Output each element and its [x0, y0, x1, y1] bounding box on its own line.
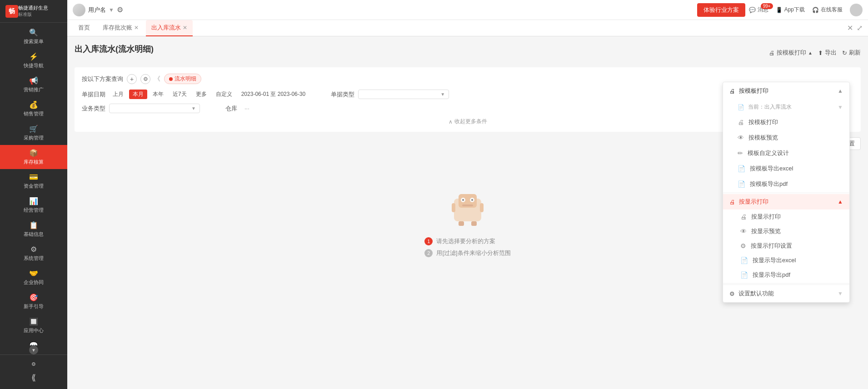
- template-export-pdf-item[interactable]: 📄 按模板导出pdf: [723, 176, 849, 192]
- display-print-item[interactable]: 🖨 按显示打印: [723, 209, 849, 224]
- warehouse-field: 仓库 ···: [225, 105, 249, 113]
- industry-btn[interactable]: 体验行业方案: [697, 3, 745, 17]
- sidebar-item-cooperation[interactable]: 🤝企业协同: [0, 265, 67, 289]
- step-num-2: 2: [424, 249, 433, 257]
- sidebar-item-inventory[interactable]: 📦库存核算: [0, 145, 67, 169]
- date-option-last7[interactable]: 近7天: [169, 90, 190, 99]
- sidebar-nav: 🔍搜索菜单 ⚡快捷导航 📢营销推广 💰销售管理 🛒采购管理 📦库存核算 💳资金管…: [0, 23, 67, 345]
- display-preview-item[interactable]: 👁 按显示预览: [723, 224, 849, 239]
- biz-type-select[interactable]: ▼: [109, 104, 200, 113]
- filter-add-btn[interactable]: +: [127, 74, 137, 84]
- display-print-settings-icon: ⚙: [740, 242, 746, 249]
- template-print-section-header[interactable]: 🖨 按模板打印 ▲: [723, 82, 849, 100]
- template-pdf-icon: 📄: [738, 180, 745, 188]
- sidebar-item-marketing[interactable]: 📢营销推广: [0, 73, 67, 97]
- display-print-header-icon: 🖨: [729, 199, 735, 205]
- date-option-this-year[interactable]: 本年: [149, 90, 167, 99]
- sidebar-bottom: ⚙ ⟪: [0, 354, 67, 389]
- tab-flow[interactable]: 出入库流水 ✕: [146, 20, 193, 36]
- user-name: 用户名: [88, 6, 106, 14]
- date-options: 上月 本月 本年 近7天 更多 自定义: [109, 90, 236, 99]
- warehouse-more-btn[interactable]: ···: [244, 105, 249, 112]
- date-field: 单据日期 上月 本月 本年 近7天 更多 自定义 2023-06-01 至 20…: [82, 90, 305, 99]
- close-window-btn[interactable]: ✕: [847, 24, 853, 32]
- empty-step-2: 2 用[过滤]条件来缩小分析范围: [424, 249, 510, 257]
- search-icon: 🔍: [29, 28, 38, 37]
- refresh-icon: ↻: [842, 50, 847, 56]
- date-option-current-month[interactable]: 本月: [129, 90, 147, 99]
- template-preview-icon: 👁: [738, 134, 744, 141]
- filter-collapse-btn[interactable]: 《: [154, 75, 160, 83]
- biz-type-label: 业务类型: [82, 105, 105, 113]
- user-dropdown-btn[interactable]: ▼: [109, 7, 114, 13]
- template-customize-icon: ✏: [738, 150, 743, 157]
- sidebar-item-purchase[interactable]: 🛒采购管理: [0, 121, 67, 145]
- display-export-excel-item[interactable]: 📄 按显示导出excel: [723, 253, 849, 268]
- display-pdf-icon: 📄: [740, 271, 748, 279]
- refresh-btn[interactable]: ↻ 刷新: [842, 49, 861, 57]
- sidebar-item-system[interactable]: ⚙系统管理: [0, 241, 67, 265]
- template-print-label: 🖨 按模板打印: [729, 87, 768, 95]
- doc-type-chevron-down: ▼: [440, 92, 445, 97]
- display-print-icon: 🖨: [740, 213, 747, 220]
- date-option-prev-month[interactable]: 上月: [109, 90, 127, 99]
- online-service-btn[interactable]: 🎧 在线客服: [812, 6, 843, 14]
- settings-gear-icon: ⚙: [31, 361, 36, 367]
- svg-rect-8: [480, 203, 484, 212]
- warehouse-label: 仓库: [225, 105, 237, 113]
- display-export-pdf-item[interactable]: 📄 按显示导出pdf: [723, 268, 849, 282]
- tab-flow-close[interactable]: ✕: [183, 25, 187, 31]
- set-default-item[interactable]: ⚙ 设置默认功能 ▼: [723, 284, 849, 302]
- printer-icon: 🖨: [729, 88, 735, 95]
- doc-type-field: 单据类型 ▼: [331, 90, 449, 99]
- logo: 畅 畅捷通好生意 标准版: [0, 0, 67, 23]
- template-export-excel-item[interactable]: 📄 按模板导出excel: [723, 161, 849, 176]
- sidebar-item-operations[interactable]: 📊经营管理: [0, 193, 67, 217]
- sidebar-scroll-down[interactable]: ▼: [29, 345, 38, 354]
- sidebar-item-wechat[interactable]: 💬企业微信: [0, 338, 67, 345]
- user-avatar-right[interactable]: [850, 4, 863, 16]
- template-print-item[interactable]: 🖨 按模板打印: [723, 115, 849, 130]
- tab-batch-account[interactable]: 库存批次账 ✕: [97, 20, 144, 36]
- logo-icon: 畅: [5, 5, 18, 18]
- sidebar-item-appstore[interactable]: 🔲应用中心: [0, 314, 67, 338]
- tabbar: 首页 库存批次账 ✕ 出入库流水 ✕ ✕ ⤢: [67, 20, 868, 36]
- system-icon: ⚙: [30, 245, 37, 254]
- sidebar-item-guide[interactable]: 🎯新手引导: [0, 289, 67, 314]
- export-btn[interactable]: ⬆ 导出: [818, 49, 837, 57]
- filter-tag-water-detail[interactable]: 流水明细: [164, 74, 201, 84]
- template-customize-item[interactable]: ✏ 模板自定义设计: [723, 145, 849, 161]
- sidebar-item-finance[interactable]: 💳资金管理: [0, 169, 67, 193]
- expand-window-btn[interactable]: ⤢: [857, 24, 863, 32]
- app-download-btn[interactable]: 📱 App下载: [776, 6, 805, 14]
- marketing-icon: 📢: [29, 76, 38, 85]
- message-btn[interactable]: 💬 消息 99+: [749, 6, 768, 14]
- tab-home[interactable]: 首页: [73, 20, 95, 36]
- sidebar-item-sales[interactable]: 💰销售管理: [0, 97, 67, 121]
- purchase-icon: 🛒: [29, 125, 38, 133]
- set-default-label: ⚙ 设置默认功能: [729, 289, 774, 298]
- inventory-icon: 📦: [29, 149, 38, 157]
- sidebar-settings-btn[interactable]: ⚙: [0, 359, 67, 370]
- set-default-icon: ⚙: [729, 290, 735, 297]
- display-print-section-header[interactable]: 🖨 按显示打印 ▲: [723, 194, 849, 209]
- doc-type-select[interactable]: ▼: [358, 90, 449, 99]
- sidebar-item-quick-nav[interactable]: ⚡快捷导航: [0, 49, 67, 73]
- topbar-gear-icon[interactable]: ⚙: [117, 5, 123, 14]
- display-print-settings-item[interactable]: ⚙ 按显示打印设置: [723, 239, 849, 253]
- content-area: 出入库流水(流水明细) 🖨 按模板打印 ▲ ⬆ 导出 ↻ 刷新: [67, 36, 868, 389]
- sidebar-item-search[interactable]: 🔍搜索菜单: [0, 25, 67, 49]
- current-template-item[interactable]: 📄 当前：出入库流水 ▼: [723, 100, 849, 115]
- sidebar-item-basics[interactable]: 📋基础信息: [0, 217, 67, 241]
- tab-batch-account-close[interactable]: ✕: [134, 25, 139, 31]
- main-area: 用户名 ▼ ⚙ 体验行业方案 💬 消息 99+ 📱 App下载 🎧 在线客服 首…: [67, 0, 868, 389]
- page-title: 出入库流水(流水明细): [75, 44, 154, 55]
- filter-gear-btn[interactable]: ⚙: [140, 74, 150, 84]
- date-option-custom[interactable]: 自定义: [212, 90, 236, 99]
- template-preview-item[interactable]: 👁 按模板预览: [723, 130, 849, 145]
- message-badge: 99+: [761, 3, 773, 9]
- sidebar-collapse-btn[interactable]: ⟪: [0, 370, 67, 385]
- print-btn[interactable]: 🖨 按模板打印 ▲: [769, 49, 813, 57]
- date-option-more[interactable]: 更多: [192, 90, 210, 99]
- collapse-more-btn[interactable]: ∧ 收起更多条件: [449, 118, 487, 125]
